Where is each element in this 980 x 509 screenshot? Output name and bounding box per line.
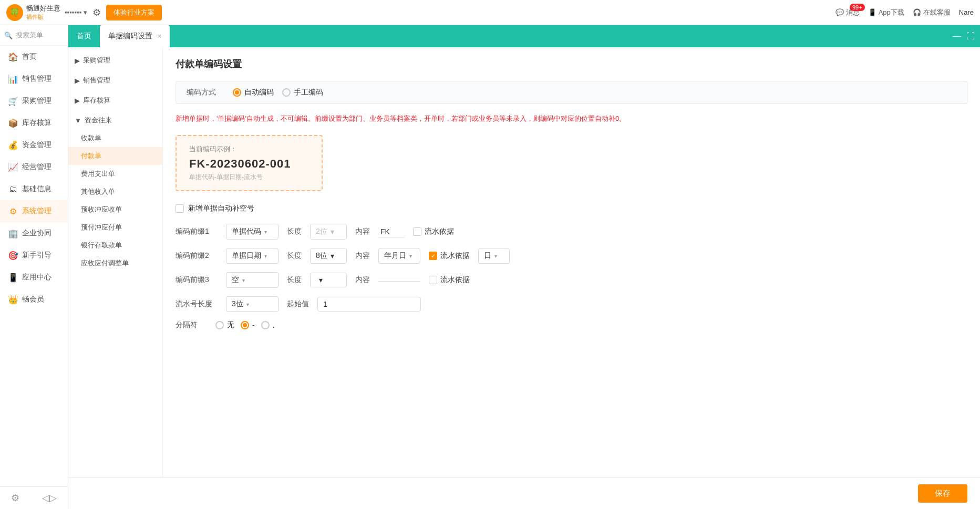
sep-none-label: 无 [227, 320, 234, 330]
length-3-select[interactable]: ▾ [310, 273, 347, 287]
sub-nav-item-prepay-receive[interactable]: 预收冲应收单 [68, 201, 162, 219]
sub-nav-item-payment[interactable]: 付款单 [68, 147, 162, 165]
sub-nav-group-capital: ▼ 资金往来 收款单 付款单 费用支出单 其他收入单 [68, 111, 162, 272]
content-2-select[interactable]: 年月日 ▾ [378, 248, 420, 264]
prefix-3-arrow-icon: ▾ [242, 277, 245, 283]
sep-dot-radio[interactable]: . [261, 321, 275, 329]
length-2-select[interactable]: 8位 ▾ [310, 248, 347, 264]
preview-desc: 单据代码-单据日期-流水号 [189, 173, 309, 182]
tab-close-icon[interactable]: × [158, 33, 161, 40]
sep-dash-radio[interactable]: - [241, 321, 255, 329]
stream-3-checkbox[interactable]: 流水依据 [429, 275, 470, 285]
length-2-value: 8位 [316, 251, 327, 261]
sidebar-item-label: 基础信息 [22, 184, 51, 194]
auto-code-radio[interactable]: 自动编码 [233, 88, 274, 97]
prefix-row-1: 编码前缀1 单据代码 ▾ 长度 2位 ▾ 内容 FK 流水依据 [176, 224, 967, 240]
home-icon: 🏠 [8, 52, 18, 61]
sub-nav-item-other-income[interactable]: 其他收入单 [68, 183, 162, 201]
sub-nav-group-inventory-title[interactable]: ▶ 库存核算 [68, 91, 162, 109]
sidebar-item-newbie[interactable]: 🎯 新手引导 [0, 244, 68, 266]
prefix-row-3: 编码前缀3 空 ▾ 长度 ▾ 内容 流水依据 [176, 272, 967, 288]
serial-row: 流水号长度 3位 ▾ 起始值 [176, 296, 967, 312]
sidebar-item-label: 畅会员 [22, 295, 44, 304]
period-2-select[interactable]: 日 ▾ [478, 248, 510, 264]
system-icon: ⚙ [8, 206, 18, 216]
dropdown-arrow-icon: ▾ [84, 8, 87, 16]
sidebar-item-operations[interactable]: 📈 经营管理 [0, 156, 68, 178]
prefix-1-value: 单据代码 [232, 227, 261, 236]
save-button[interactable]: 保存 [918, 484, 967, 503]
preview-box: 当前编码示例： FK-20230602-001 单据代码-单据日期-流水号 [176, 135, 323, 191]
manual-code-radio-circle [282, 88, 291, 97]
search-icon: 🔍 [4, 32, 13, 39]
minimize-icon[interactable]: — [953, 32, 961, 41]
sep-none-radio[interactable]: 无 [215, 320, 234, 330]
maximize-icon[interactable]: ⛶ [966, 32, 975, 41]
sidebar-item-member[interactable]: 👑 畅会员 [0, 288, 68, 310]
serial-length-select[interactable]: 3位 ▾ [226, 296, 278, 312]
company-name: ▪▪▪▪▪▪▪ [65, 8, 81, 16]
separator-row: 分隔符 无 - . [176, 320, 967, 330]
autofill-checkbox[interactable] [176, 204, 184, 213]
autofill-label: 新增单据自动补空号 [188, 204, 254, 213]
sub-nav-group-sales-title[interactable]: ▶ 销售管理 [68, 71, 162, 89]
sub-nav-item-ap-adjust[interactable]: 应收应付调整单 [68, 254, 162, 272]
messages-badge: 99+ [850, 4, 865, 11]
tab-home-label: 首页 [77, 32, 91, 41]
sep-dot-circle [261, 321, 270, 329]
length-1-select[interactable]: 2位 ▾ [310, 224, 347, 240]
messages-btn[interactable]: 💬 消息 99+ [835, 8, 860, 17]
length-1-arrow-icon: ▾ [331, 227, 334, 236]
trial-button[interactable]: 体验行业方案 [106, 5, 162, 20]
encoding-type-section: 编码方式 自动编码 手工编码 [176, 81, 967, 104]
prefix-3-select[interactable]: 空 ▾ [226, 272, 278, 288]
main-panel: 付款单编码设置 编码方式 自动编码 手工编码 [163, 47, 980, 477]
prefix-2-select[interactable]: 单据日期 ▾ [226, 248, 278, 264]
app-download-btn[interactable]: 📱 App下载 [868, 8, 904, 17]
sub-nav-group-capital-title[interactable]: ▼ 资金往来 [68, 111, 162, 129]
search-menu[interactable]: 🔍 搜索菜单 [0, 25, 68, 46]
sidebar-item-purchase[interactable]: 🛒 采购管理 [0, 90, 68, 112]
start-value-input[interactable] [317, 297, 421, 311]
preview-label: 当前编码示例： [189, 144, 309, 154]
sub-nav-item-receipt[interactable]: 收款单 [68, 129, 162, 147]
sub-nav-group-label: 资金往来 [85, 116, 112, 125]
sidebar-item-label: 企业协同 [22, 228, 51, 238]
basic-icon: 🗂 [8, 184, 18, 194]
prefix-1-arrow-icon: ▾ [264, 229, 267, 235]
sidebar-item-finance[interactable]: 💰 资金管理 [0, 134, 68, 156]
settings-icon[interactable]: ⚙ [92, 7, 101, 18]
length-2-arrow-icon: ▾ [331, 252, 334, 260]
settings-bottom-icon[interactable]: ⚙ [11, 492, 19, 504]
sidebar-item-system[interactable]: ⚙ 系统管理 [0, 200, 68, 222]
sidebar-item-sales[interactable]: 📊 销售管理 [0, 68, 68, 90]
sub-nav-group-purchase-title[interactable]: ▶ 采购管理 [68, 51, 162, 69]
stream-1-checkbox[interactable]: 流水依据 [413, 227, 454, 236]
tab-encoding[interactable]: 单据编码设置 × [100, 25, 170, 47]
sidebar-item-inventory[interactable]: 📦 库存核算 [0, 112, 68, 134]
content-2-arrow-icon: ▾ [409, 253, 412, 259]
sidebar-item-enterprise[interactable]: 🏢 企业协同 [0, 222, 68, 244]
prefix-1-select[interactable]: 单据代码 ▾ [226, 224, 278, 240]
sub-nav-item-expense[interactable]: 费用支出单 [68, 165, 162, 183]
user-info[interactable]: Nare [959, 8, 974, 16]
apps-icon: 📱 [8, 273, 18, 282]
online-service-btn[interactable]: 🎧 在线客服 [913, 8, 951, 17]
sidebar-item-apps[interactable]: 📱 应用中心 [0, 266, 68, 288]
search-label: 搜索菜单 [16, 30, 43, 40]
sidebar-bottom: ⚙ ◁▷ [0, 486, 68, 509]
company-dropdown[interactable]: ▪▪▪▪▪▪▪ ▾ [65, 8, 87, 16]
stream-2-checkbox[interactable]: ✓ 流水依据 [429, 251, 470, 261]
sub-nav-item-bank-deposit[interactable]: 银行存取款单 [68, 236, 162, 254]
separator-options: 无 - . [215, 320, 275, 330]
bottom-bar: 保存 [68, 477, 980, 509]
sidebar-item-basic[interactable]: 🗂 基础信息 [0, 178, 68, 200]
manual-code-radio[interactable]: 手工编码 [282, 88, 323, 97]
tab-home[interactable]: 首页 [68, 25, 100, 47]
sub-nav: ▶ 采购管理 ▶ 销售管理 ▶ 库存核算 [68, 47, 163, 477]
purchase-icon: 🛒 [8, 96, 18, 106]
collapse-icon[interactable]: ◁▷ [42, 492, 57, 504]
sub-nav-item-prepay-pay[interactable]: 预付冲应付单 [68, 219, 162, 236]
sidebar-item-home[interactable]: 🏠 首页 [0, 46, 68, 68]
sep-dash-label: - [252, 321, 255, 329]
